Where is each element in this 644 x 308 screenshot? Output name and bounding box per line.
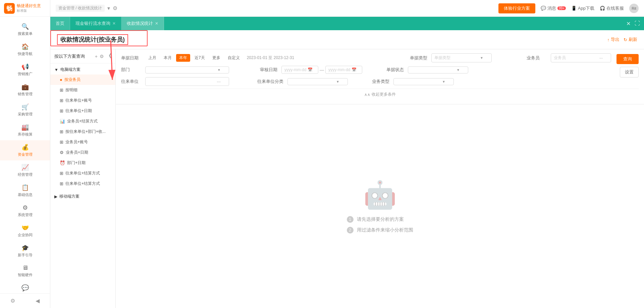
salesperson-select[interactable]: 业务员 ···	[551, 53, 611, 62]
desktop-section-title[interactable]: ▼ 电脑端方案	[50, 65, 115, 74]
sidebar-item-inventory[interactable]: 🏭 库存核算	[0, 120, 50, 140]
sidebar-item-hardware[interactable]: 🖥 智能硬件	[0, 261, 50, 281]
tab-bank-flow[interactable]: 现金银行流水查询 ✕	[70, 17, 121, 30]
export-button[interactable]: ↑ 导出	[607, 37, 620, 43]
filter-actions: 查询 设置	[616, 53, 639, 78]
collapse-filter-button[interactable]: ∧∧ 收起更多条件	[121, 89, 639, 100]
sidebar-item-label: 快捷导航	[18, 51, 33, 56]
close-window-icon[interactable]: ✕	[626, 20, 631, 27]
receipt-stats-close-icon[interactable]: ✕	[155, 21, 158, 26]
trial-button[interactable]: 体验行业方案	[498, 3, 535, 13]
mobile-section: ▶ 移动端方案	[50, 190, 115, 203]
biz-type-select[interactable]: ▼	[393, 78, 454, 85]
notification-item[interactable]: 💬 消息 99+	[541, 5, 566, 11]
date-tab-7-days[interactable]: 近7天	[192, 54, 208, 62]
sidebar-item-enterprise[interactable]: 🤝 企业协同	[0, 221, 50, 241]
refresh-button[interactable]: ↻ 刷新	[624, 37, 637, 43]
tree-item-by-partner-dept[interactable]: ⊞ 按往来单位+部门+收...	[50, 126, 115, 137]
add-scheme-button[interactable]: +	[95, 54, 98, 59]
tree-item-by-detail[interactable]: ⊞ 按明细	[50, 85, 115, 95]
tree-item-partner-settlement2[interactable]: ⊞ 往来单位+结算方式	[50, 178, 115, 189]
collapse-up-icon: ∧∧	[364, 92, 370, 97]
online-service-label: 在线客服	[606, 5, 624, 11]
sidebar-item-quicknav[interactable]: 🏠 快捷导航	[0, 40, 50, 60]
date-separator: —	[320, 67, 324, 72]
tree-item-partner-date[interactable]: ⊞ 往来单位+日期	[50, 106, 115, 116]
download-icon: 📱	[571, 6, 577, 11]
gear-icon[interactable]: ⚙	[113, 5, 117, 11]
partner-category-select[interactable]: ▼	[287, 78, 348, 85]
review-date-group: yyyy-mm-dd 📅 — yyyy-mm-dd 📅	[281, 66, 362, 74]
sidebar-item-label: 资金管理	[18, 152, 33, 157]
settings-dropdown-icon[interactable]: ▾	[107, 5, 110, 11]
sidebar-item-marketing[interactable]: 📢 营销推广	[0, 60, 50, 80]
app-download-item[interactable]: 📱 App下载	[571, 5, 594, 11]
collapse-footer-icon[interactable]: ◀	[36, 298, 40, 304]
sidebar-item-search[interactable]: 🔍 搜索菜单	[0, 19, 50, 40]
sidebar-item-guide[interactable]: 🎓 新手引导	[0, 241, 50, 261]
dept-select[interactable]: ▼	[145, 66, 229, 73]
step-2-number: 2	[347, 227, 354, 234]
sidebar-item-label: 新手引导	[18, 253, 33, 258]
sidebar-item-wechat[interactable]: 💬 企业微信	[0, 281, 50, 293]
left-panel-title: 按以下方案查询	[54, 53, 85, 59]
online-service-item[interactable]: 🎧 在线客服	[600, 5, 624, 11]
doc-type-select[interactable]: 单据类型 ▼	[431, 53, 492, 62]
app-download-label: App下载	[578, 5, 594, 11]
scheme-settings-icon[interactable]: ⚙	[100, 54, 104, 59]
tree-item-salesperson-date[interactable]: ⚙ 业务员+日期	[50, 147, 115, 158]
tree-item-label: 按明细	[65, 87, 77, 93]
user-avatar[interactable]: Rit	[629, 4, 639, 13]
doc-type-label: 单据类型	[407, 55, 427, 61]
doc-type-value: 单据类型	[434, 55, 450, 61]
date-tab-custom[interactable]: 自定义	[225, 54, 243, 62]
mobile-section-label: 移动端方案	[59, 194, 79, 199]
sidebar-nav: 🔍 搜索菜单 🏠 快捷导航 📢 营销推广 💼 销售管理 🛒 采购管理 🏭	[0, 17, 50, 293]
date-tab-last-month[interactable]: 上月	[145, 54, 159, 62]
mobile-section-title[interactable]: ▶ 移动端方案	[50, 192, 115, 201]
calendar-end-icon[interactable]: 📅	[352, 67, 357, 72]
filter-settings-button[interactable]: 设置	[620, 67, 639, 78]
content-area: 按以下方案查询 + ⚙ 《 ▼ 电脑端方案 ●	[50, 49, 644, 308]
expand-window-icon[interactable]: ⛶	[635, 20, 640, 27]
calendar-start-icon[interactable]: 📅	[308, 67, 313, 72]
review-date-start-input[interactable]: yyyy-mm-dd 📅	[281, 66, 318, 74]
tree-item-salesperson-settlement[interactable]: 📊 业务员+结算方式	[50, 116, 115, 126]
sidebar-item-operations[interactable]: 📈 经营管理	[0, 160, 50, 181]
sidebar-item-sales[interactable]: 💼 销售管理	[0, 80, 50, 100]
collapse-panel-icon[interactable]: 《	[106, 53, 111, 60]
date-tab-this-month[interactable]: 本月	[161, 54, 175, 62]
tab-home[interactable]: 首页	[50, 17, 70, 30]
tree-item-salesperson-account[interactable]: ⊞ 业务员+账号	[50, 137, 115, 147]
sidebar-item-basic-info[interactable]: 📋 基础信息	[0, 181, 50, 201]
bank-flow-tab-label: 现金银行流水查询	[75, 20, 110, 27]
hardware-icon: 🖥	[22, 264, 28, 271]
partner-account-icon: ⊞	[60, 98, 63, 103]
tab-receipt-stats[interactable]: 收款情况统计 ✕	[121, 17, 164, 30]
sidebar-item-finance[interactable]: 💰 资金管理	[0, 140, 50, 160]
tree-item-partner-settlement1[interactable]: ⊞ 往来单位+结算方式	[50, 168, 115, 178]
step-2-text: 用过滤条件来缩小分析范围	[357, 227, 413, 233]
tree-item-partner-account[interactable]: ⊞ 往来单位+账号	[50, 95, 115, 106]
notification-label: 消息	[547, 5, 556, 11]
tree-item-dept-date[interactable]: ⏰ 部门+日期	[50, 158, 115, 168]
tree-item-label: 业务员+日期	[66, 150, 88, 155]
settings-footer-icon[interactable]: ⚙	[10, 298, 15, 304]
sidebar-item-system[interactable]: ⚙ 系统管理	[0, 201, 50, 221]
sidebar-item-label: 智能硬件	[18, 272, 33, 277]
query-button[interactable]: 查询	[616, 54, 639, 64]
date-label: 单据日期	[121, 55, 141, 61]
left-panel-icons: + ⚙ 《	[95, 53, 111, 60]
partner-select[interactable]: ···	[145, 77, 229, 86]
sidebar-item-purchase[interactable]: 🛒 采购管理	[0, 100, 50, 120]
doc-status-select[interactable]: ▼	[408, 66, 468, 73]
logo-icon: 畅	[4, 3, 15, 14]
step-1-number: 1	[347, 216, 354, 223]
tree-item-by-salesperson[interactable]: ● 按业务员	[50, 74, 115, 85]
date-tab-this-year[interactable]: 本年	[176, 54, 190, 62]
review-date-end-input[interactable]: yyyy-mm-dd 📅	[325, 66, 362, 74]
filter-main: 单据日期 上月 本月 本年 近7天 更多 自定义	[121, 53, 611, 86]
date-tab-more[interactable]: 更多	[209, 54, 223, 62]
bank-flow-close-icon[interactable]: ✕	[112, 21, 116, 26]
empty-step-2: 2 用过滤条件来缩小分析范围	[347, 227, 413, 234]
